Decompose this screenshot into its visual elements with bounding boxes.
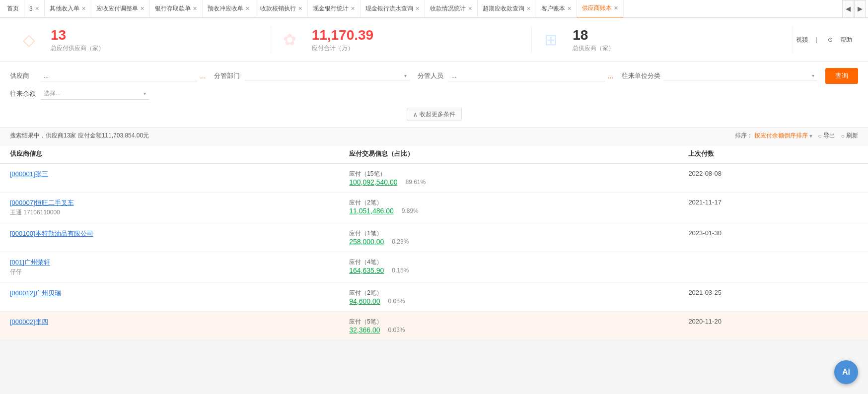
ap-suppliers-number: 13 bbox=[51, 27, 104, 44]
sort-label-text: 排序： bbox=[735, 131, 753, 140]
payable-amount[interactable]: 100,092,540.00 bbox=[349, 178, 397, 186]
nav-tab-collect-stat[interactable]: 收款情况统计 ✕ bbox=[425, 0, 478, 18]
ap-total-number: 11,170.39 bbox=[312, 27, 374, 44]
nav-tab-t3-close[interactable]: ✕ bbox=[35, 5, 39, 12]
supplier-filter-input[interactable] bbox=[41, 71, 197, 81]
nav-tab-supplier-account-close[interactable]: ✕ bbox=[614, 5, 618, 11]
table-header: 供应商信息 应付交易信息（占比） 上次付数 bbox=[0, 144, 868, 164]
nav-tab-bank-deposit[interactable]: 银行存取款单 ✕ bbox=[150, 0, 203, 18]
nav-tab-advance-collect-label: 预收冲应收单 bbox=[208, 4, 243, 13]
supplier-info-col: [000100]本特勒油品有限公司 bbox=[10, 229, 349, 238]
supplier-link[interactable]: [000007]恒旺二手叉车 bbox=[10, 198, 349, 207]
supplier-link[interactable]: [000002]李四 bbox=[10, 318, 349, 327]
nav-tab-collect-review-label: 收款核销执行 bbox=[260, 4, 296, 13]
sort-chevron-icon: ▾ bbox=[809, 132, 812, 139]
nav-tab-other-income-label: 其他收入单 bbox=[50, 4, 79, 13]
balance-filter-label: 往来余额 bbox=[10, 89, 38, 98]
nav-tab-home[interactable]: 首页 bbox=[2, 0, 24, 18]
nav-tab-collect-stat-close[interactable]: ✕ bbox=[468, 5, 472, 12]
person-filter-label: 分管人员 bbox=[418, 71, 445, 80]
category-filter-dropdown[interactable]: ▾ bbox=[663, 71, 818, 80]
nav-tab-ap-adjust-close[interactable]: ✕ bbox=[140, 5, 145, 12]
nav-next-button[interactable]: ▶ bbox=[854, 0, 866, 18]
export-button[interactable]: ○ 导出 bbox=[818, 131, 835, 140]
nav-tab-t3[interactable]: 3 ✕ bbox=[24, 0, 45, 18]
nav-tab-ap-adjust[interactable]: 应收应付调整单 ✕ bbox=[91, 0, 150, 18]
nav-arrows: ◀ ▶ bbox=[842, 0, 866, 18]
nav-tab-supplier-account[interactable]: 供应商账本 ✕ bbox=[577, 0, 624, 18]
nav-tab-collect-review-close[interactable]: ✕ bbox=[298, 5, 302, 12]
collapse-button[interactable]: ∧ 收起更多条件 bbox=[407, 108, 462, 121]
payable-amount[interactable]: 258,000.00 bbox=[349, 238, 384, 246]
supplier-link[interactable]: [001]广州荣轩 bbox=[10, 258, 349, 267]
filter-category: 往来单位分类 ▾ bbox=[622, 71, 818, 80]
supplier-link[interactable]: [000001]张三 bbox=[10, 170, 349, 179]
total-suppliers-icon: ⊞ bbox=[537, 26, 565, 54]
separator: | bbox=[815, 36, 818, 43]
nav-tab-advance-collect[interactable]: 预收冲应收单 ✕ bbox=[203, 0, 255, 18]
nav-tab-cash-bank-stat[interactable]: 现金银行统计 ✕ bbox=[308, 0, 361, 18]
balance-chevron-icon: ▾ bbox=[144, 91, 146, 96]
nav-tab-collect-review[interactable]: 收款核销执行 ✕ bbox=[255, 0, 308, 18]
payable-percent: 0.23% bbox=[392, 238, 409, 245]
nav-tab-cash-bank-stat-close[interactable]: ✕ bbox=[351, 5, 355, 12]
table-row: [000100]本特勒油品有限公司 应付（1笔） 258,000.00 0.23… bbox=[0, 223, 868, 252]
payable-info-col: 应付（15笔） 100,092,540.00 89.61% bbox=[349, 170, 688, 186]
payable-info-col: 应付（1笔） 258,000.00 0.23% bbox=[349, 229, 688, 246]
nav-tab-cash-bank-flow-close[interactable]: ✕ bbox=[415, 5, 420, 12]
nav-tab-overdue-collect-close[interactable]: ✕ bbox=[526, 5, 531, 12]
nav-tab-other-income[interactable]: 其他收入单 ✕ bbox=[45, 0, 91, 18]
filter-row-2: 往来余额 选择... ▾ bbox=[10, 88, 858, 100]
payable-info-col: 应付（2笔） 94,600.00 0.08% bbox=[349, 289, 688, 305]
result-summary-text: 搜索结果中，供应商13家 应付金额111,703,854.00元 bbox=[10, 131, 149, 140]
supplier-sub: 王通 17106110000 bbox=[10, 208, 349, 217]
nav-tab-bank-deposit-close[interactable]: ✕ bbox=[193, 5, 197, 12]
circle-icon: ⊙ bbox=[828, 36, 833, 43]
nav-tab-cash-bank-flow[interactable]: 现金银行流水查询 ✕ bbox=[361, 0, 425, 18]
summary-card-ap-total: ✿ 11,170.39 应付合计（万） bbox=[271, 26, 532, 54]
category-filter-label: 往来单位分类 bbox=[622, 71, 660, 80]
nav-tab-advance-collect-close[interactable]: ✕ bbox=[245, 5, 250, 12]
nav-tab-cash-bank-stat-label: 现金银行统计 bbox=[313, 4, 349, 13]
dept-filter-dropdown[interactable]: ▾ bbox=[245, 71, 410, 80]
supplier-table: 供应商信息 应付交易信息（占比） 上次付数 [000001]张三 应付（15笔）… bbox=[0, 144, 868, 340]
payable-count: 应付（1笔） bbox=[349, 229, 688, 238]
payable-amount[interactable]: 164,635.90 bbox=[349, 266, 384, 274]
summary-help: 视频 | ⊙ 帮助 bbox=[793, 36, 858, 44]
supplier-link[interactable]: [000100]本特勒油品有限公司 bbox=[10, 229, 349, 238]
collapse-label: 收起更多条件 bbox=[420, 110, 455, 119]
person-filter-input[interactable] bbox=[448, 71, 605, 81]
nav-tab-bank-deposit-label: 银行存取款单 bbox=[155, 4, 191, 13]
result-actions: 排序： 按应付余额倒序排序 ▾ ○ 导出 ○ 刷新 bbox=[735, 131, 859, 140]
summary-bar: ◇ 13 总应付供应商（家） ✿ 11,170.39 应付合计（万） ⊞ 18 … bbox=[0, 18, 868, 62]
supplier-link[interactable]: [000012]广州贝瑞 bbox=[10, 289, 349, 298]
column-header-payable: 应付交易信息（占比） bbox=[349, 149, 688, 158]
dept-filter-label: 分管部门 bbox=[214, 71, 242, 80]
person-ellipsis-icon[interactable]: ... bbox=[608, 72, 614, 80]
filter-balance: 往来余额 选择... ▾ bbox=[10, 88, 149, 100]
refresh-button[interactable]: ○ 刷新 bbox=[841, 131, 858, 140]
nav-tab-customer-account-close[interactable]: ✕ bbox=[567, 5, 572, 12]
video-link[interactable]: 视频 bbox=[796, 36, 808, 43]
query-button[interactable]: 查询 bbox=[825, 68, 858, 84]
column-header-lastpay: 上次付数 bbox=[688, 149, 858, 158]
filter-dept: 分管部门 ▾ bbox=[214, 71, 410, 80]
payable-count: 应付（2笔） bbox=[349, 198, 688, 207]
sort-value-text[interactable]: 按应付余额倒序排序 bbox=[754, 131, 808, 140]
refresh-label: 刷新 bbox=[846, 131, 858, 140]
nav-tab-customer-account[interactable]: 客户账本 ✕ bbox=[536, 0, 577, 18]
payable-amount[interactable]: 94,600.00 bbox=[349, 297, 380, 305]
nav-prev-button[interactable]: ◀ bbox=[842, 0, 854, 18]
nav-tab-customer-account-label: 客户账本 bbox=[541, 4, 565, 13]
payable-amount[interactable]: 32,366.00 bbox=[349, 326, 380, 334]
balance-filter-dropdown[interactable]: 选择... ▾ bbox=[41, 88, 149, 100]
supplier-ellipsis-icon[interactable]: ... bbox=[200, 72, 206, 80]
nav-tab-other-income-close[interactable]: ✕ bbox=[81, 5, 86, 12]
supplier-filter-label: 供应商 bbox=[10, 71, 38, 80]
nav-tab-ap-adjust-label: 应收应付调整单 bbox=[96, 4, 138, 13]
supplier-info-col: [000002]李四 bbox=[10, 318, 349, 327]
payable-amount[interactable]: 11,051,486.00 bbox=[349, 207, 394, 215]
nav-tab-overdue-collect[interactable]: 超期应收款查询 ✕ bbox=[478, 0, 536, 18]
nav-tab-collect-stat-label: 收款情况统计 bbox=[430, 4, 466, 13]
help-link[interactable]: ⊙ 帮助 bbox=[825, 36, 855, 43]
